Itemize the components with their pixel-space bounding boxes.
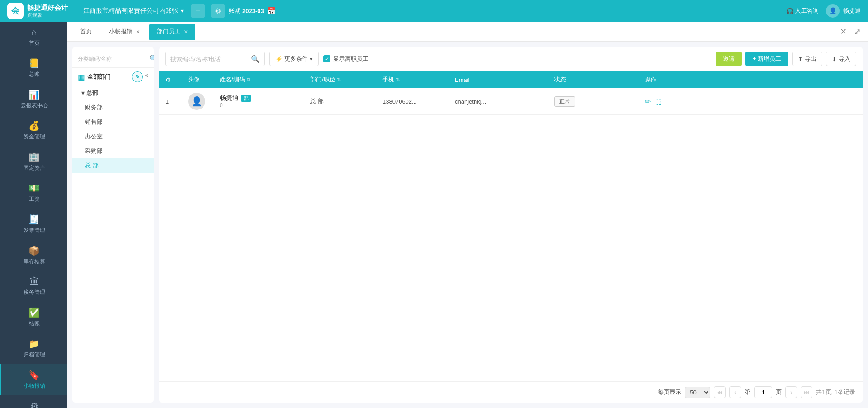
import-button[interactable]: ⬇ 导入 <box>826 52 856 66</box>
period-value: 2023-03 <box>242 8 264 14</box>
content-area: 首页 小畅报销 × 部门员工 × ✕ ⤢ 🔍 <box>67 22 868 408</box>
sidebar-item-invoice[interactable]: 🧾 发票管理 <box>0 209 67 240</box>
sidebar-item-salary[interactable]: 💵 工资 <box>0 177 67 209</box>
col-mobile[interactable]: 手机 <box>376 71 448 88</box>
header-actions: ＋ ⚙ <box>191 4 225 18</box>
sidebar-item-fixed[interactable]: 🏢 固定资产 <box>0 146 67 177</box>
emp-search-input[interactable] <box>170 56 248 62</box>
page-label: 第 <box>745 388 750 396</box>
dept-search-icon[interactable]: 🔍 <box>149 54 154 63</box>
dept-edit-icon: ✎ <box>135 74 140 80</box>
emp-table: ⚙ 头像 姓名/编码 部门/职位 <box>159 71 863 115</box>
prev-page-button[interactable]: ‹ <box>729 386 741 398</box>
sidebar-item-checkout[interactable]: ✅ 结账 <box>0 302 67 333</box>
sidebar-item-ledger[interactable]: 📒 总账 <box>0 52 67 84</box>
company-selector[interactable]: 江西服宝精品有限责任公司内账张 ▾ <box>83 7 184 15</box>
dept-search-input[interactable] <box>78 56 146 62</box>
tab-expense-label: 小畅报销 <box>109 28 132 36</box>
cell-seq: 1 <box>159 88 182 115</box>
headset-icon: 🎧 <box>786 8 793 14</box>
cell-email: chanjethkj... <box>448 88 548 115</box>
dept-item-purchase[interactable]: 采购部 <box>72 144 154 158</box>
col-dept-pos[interactable]: 部门/职位 <box>304 71 376 88</box>
tab-home[interactable]: 首页 <box>72 24 99 40</box>
col-name-code[interactable]: 姓名/编码 <box>213 71 304 88</box>
status-badge: 正常 <box>554 96 575 107</box>
support-button[interactable]: 🎧 人工咨询 <box>786 7 819 15</box>
dept-panel: 🔍 ▦ 全部部门 ✎ « ▾ 总部 <box>72 47 154 403</box>
col-email: Email <box>448 71 548 88</box>
dept-grid-icon: ▦ <box>78 73 85 81</box>
calendar-icon[interactable]: 📅 <box>267 7 276 15</box>
add-button[interactable]: ＋ <box>191 4 205 18</box>
emp-code: 0 <box>220 102 297 109</box>
sidebar-label-ledger: 总账 <box>29 71 40 78</box>
invite-button[interactable]: 邀请 <box>716 52 742 66</box>
cell-status: 正常 <box>548 88 638 115</box>
search-icon[interactable]: 🔍 <box>251 55 260 63</box>
last-page-button[interactable]: ⏭ <box>801 386 812 398</box>
tab-expense[interactable]: 小畅报销 × <box>101 24 147 40</box>
tab-dept-emp[interactable]: 部门员工 × <box>149 24 195 40</box>
dept-tree: ▾ 总部 财务部 销售部 办公室 采购部 总 部 <box>72 86 154 173</box>
col-status: 状态 <box>548 71 638 88</box>
edit-button[interactable]: ✏ <box>645 97 651 106</box>
expense-icon: 🔖 <box>28 370 40 380</box>
period-label: 账期 <box>229 7 241 15</box>
dept-all-header[interactable]: ▦ 全部部门 ✎ « <box>72 68 154 86</box>
pagination: 每页显示 50 20 100 ⏮ ‹ 第 页 › ⏭ 共1页, 1条记录 <box>159 381 863 403</box>
user-area[interactable]: 👤 畅捷通 <box>826 4 861 18</box>
dept-item-finance[interactable]: 财务部 <box>72 100 154 115</box>
tab-expense-close[interactable]: × <box>136 28 140 35</box>
first-page-button[interactable]: ⏮ <box>714 386 726 398</box>
table-header-row: ⚙ 头像 姓名/编码 部门/职位 <box>159 71 863 88</box>
show-resign-checkbox[interactable]: ✓ <box>323 55 330 62</box>
app-sub: 旗舰版 <box>27 12 68 19</box>
invoice-icon: 🧾 <box>28 214 40 225</box>
add-employee-button[interactable]: + 新增员工 <box>745 52 788 66</box>
sidebar-item-archive[interactable]: 📁 归档管理 <box>0 333 67 364</box>
toolbar-right: 邀请 + 新增员工 ⬆ 导出 ⬇ 导入 <box>716 52 856 66</box>
sidebar-item-inventory[interactable]: 📦 库存核算 <box>0 240 67 271</box>
dept-all-label: 全部部门 <box>87 73 111 81</box>
main-container: ⌂ 首页 📒 总账 📊 云报表中心 💰 资金管理 🏢 固定资产 💵 工资 🧾 发… <box>0 22 868 408</box>
sidebar-label-checkout: 结账 <box>29 320 40 327</box>
window-expand-button[interactable]: ⤢ <box>852 25 863 38</box>
page-input[interactable] <box>754 386 772 398</box>
dept-edit-button[interactable]: ✎ <box>132 71 143 82</box>
filter-button[interactable]: ⚡ 更多条件 ▾ <box>269 52 319 66</box>
settings-button[interactable]: ⚙ <box>211 4 225 18</box>
sidebar-item-reports[interactable]: 📊 云报表中心 <box>0 84 67 115</box>
sidebar-item-settings[interactable]: ⚙ 基础设置 <box>0 395 67 408</box>
logo-icon: 会 <box>7 3 24 19</box>
show-resign-area: ✓ 显示离职员工 <box>323 55 368 63</box>
tabs-right: ✕ ⤢ <box>838 25 863 38</box>
page-suffix: 页 <box>776 388 782 396</box>
sidebar-item-expense[interactable]: 🔖 小畅报销 <box>0 364 67 395</box>
window-close-button[interactable]: ✕ <box>838 25 849 38</box>
tab-dept-emp-close[interactable]: × <box>184 28 188 35</box>
export-button[interactable]: ⬆ 导出 <box>792 52 822 66</box>
export-label: 导出 <box>805 55 816 63</box>
dept-item-hq[interactable]: 总 部 <box>72 158 154 173</box>
dept-item-office[interactable]: 办公室 <box>72 129 154 144</box>
cell-actions: ✏ ⬚ <box>638 88 863 115</box>
per-page-select[interactable]: 50 20 100 <box>685 387 710 398</box>
next-page-button[interactable]: › <box>785 386 797 398</box>
delete-button[interactable]: ⬚ <box>655 97 662 106</box>
col-avatar: 头像 <box>182 71 213 88</box>
sidebar-item-home[interactable]: ⌂ 首页 <box>0 22 67 52</box>
dept-item-sales[interactable]: 销售部 <box>72 115 154 129</box>
sidebar-item-funds[interactable]: 💰 资金管理 <box>0 115 67 146</box>
emp-table-wrap: ⚙ 头像 姓名/编码 部门/职位 <box>159 71 863 381</box>
emp-avatar-0: 👤 <box>188 93 205 110</box>
col-settings[interactable]: ⚙ <box>159 71 182 88</box>
archive-icon: 📁 <box>28 338 40 349</box>
user-avatar: 👤 <box>826 4 840 18</box>
sidebar-item-tax[interactable]: 🏛 税务管理 <box>0 271 67 302</box>
emp-name-area: 畅捷通 部 <box>220 94 297 102</box>
dept-collapse-button[interactable]: « <box>145 71 148 82</box>
emp-dept-badge: 部 <box>241 95 251 102</box>
dept-item-total[interactable]: ▾ 总部 <box>72 86 154 100</box>
add-emp-label: + 新增员工 <box>753 55 781 63</box>
